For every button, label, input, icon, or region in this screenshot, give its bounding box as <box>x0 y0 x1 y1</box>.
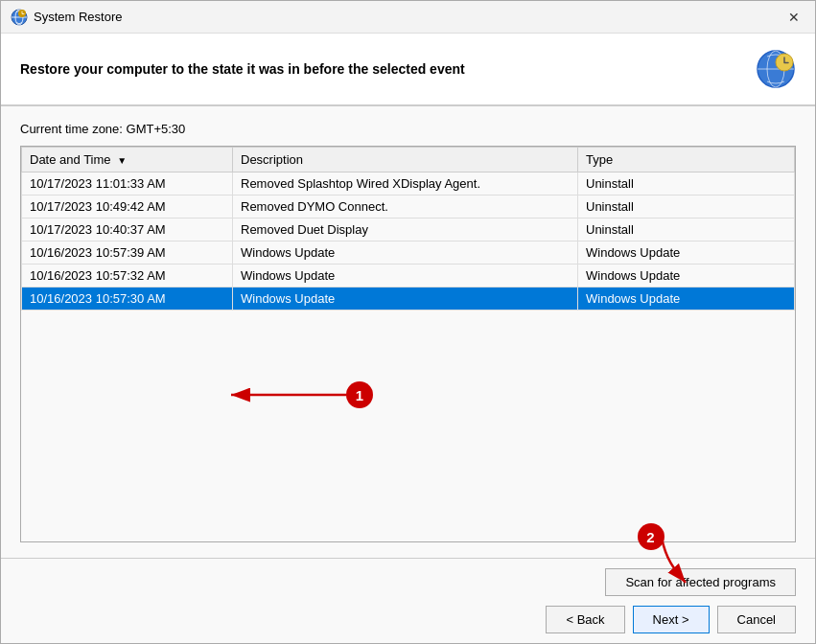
system-restore-window: System Restore ✕ Restore your computer t… <box>0 0 816 644</box>
table-row[interactable]: 10/17/2023 10:49:42 AMRemoved DYMO Conne… <box>22 196 795 218</box>
window-title: System Restore <box>34 10 122 24</box>
restore-table: Date and Time ▼ Description Type <box>21 147 795 310</box>
timezone-label: Current time zone: GMT+5:30 <box>20 122 796 136</box>
close-button[interactable]: ✕ <box>782 8 805 27</box>
cell-type: Uninstall <box>578 172 795 196</box>
cell-date: 10/16/2023 10:57:32 AM <box>22 264 233 288</box>
cell-type: Windows Update <box>578 288 795 310</box>
cell-description: Removed Duet Display <box>233 218 578 242</box>
col-header-type[interactable]: Type <box>578 148 795 172</box>
table-row[interactable]: 10/17/2023 11:01:33 AMRemoved Splashtop … <box>22 172 795 196</box>
system-restore-icon <box>11 9 28 26</box>
cell-description: Windows Update <box>233 288 578 310</box>
bottom-bar: Scan for affected programs < Back Next > <box>1 558 815 643</box>
scan-button[interactable]: Scan for affected programs <box>605 568 796 596</box>
col-header-datetime[interactable]: Date and Time ▼ <box>22 148 233 172</box>
cell-description: Windows Update <box>233 242 578 264</box>
back-button[interactable]: < Back <box>546 606 624 633</box>
col-header-description[interactable]: Description <box>233 148 578 172</box>
body-content: Current time zone: GMT+5:30 Date and Tim… <box>1 106 815 558</box>
cell-type: Uninstall <box>578 218 795 242</box>
header-title: Restore your computer to the state it wa… <box>20 61 756 77</box>
cell-description: Windows Update <box>233 264 578 288</box>
cell-type: Uninstall <box>578 196 795 218</box>
restore-table-wrapper[interactable]: Date and Time ▼ Description Type <box>20 146 796 542</box>
table-row[interactable]: 10/17/2023 10:40:37 AMRemoved Duet Displ… <box>22 218 795 242</box>
cell-type: Windows Update <box>578 264 795 288</box>
header-icon <box>756 49 796 89</box>
cell-date: 10/17/2023 10:40:37 AM <box>22 218 233 242</box>
sort-icon: ▼ <box>117 155 127 166</box>
bottom-bar-top: Scan for affected programs <box>20 568 796 596</box>
next-button[interactable]: Next > <box>633 606 710 633</box>
cancel-button[interactable]: Cancel <box>717 606 796 633</box>
cell-date: 10/16/2023 10:57:39 AM <box>22 242 233 264</box>
cell-description: Removed Splashtop Wired XDisplay Agent. <box>233 172 578 196</box>
cell-type: Windows Update <box>578 242 795 264</box>
cell-date: 10/16/2023 10:57:30 AM <box>22 288 233 310</box>
bottom-bar-buttons: < Back Next > <box>20 606 796 633</box>
table-row[interactable]: 10/16/2023 10:57:30 AMWindows UpdateWind… <box>22 288 795 310</box>
title-bar-left: System Restore <box>11 9 122 26</box>
cell-description: Removed DYMO Connect. <box>233 196 578 218</box>
table-row[interactable]: 10/16/2023 10:57:32 AMWindows UpdateWind… <box>22 264 795 288</box>
cell-date: 10/17/2023 11:01:33 AM <box>22 172 233 196</box>
table-row[interactable]: 10/16/2023 10:57:39 AMWindows UpdateWind… <box>22 242 795 264</box>
cell-date: 10/17/2023 10:49:42 AM <box>22 196 233 218</box>
title-bar: System Restore ✕ <box>1 1 815 34</box>
header-area: Restore your computer to the state it wa… <box>1 34 815 106</box>
